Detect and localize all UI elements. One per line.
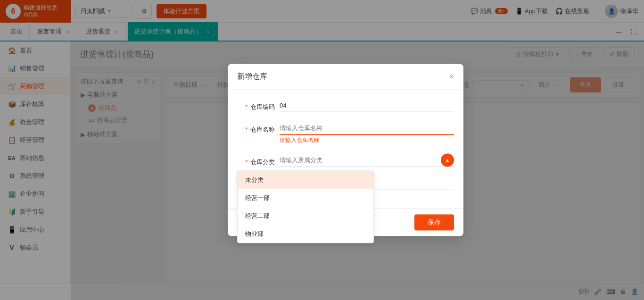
dropdown-toggle-button[interactable]: ▲ [441,154,454,167]
chevron-up-icon: ▲ [445,157,450,164]
save-button[interactable]: 保存 [414,215,454,231]
code-input[interactable] [280,99,454,112]
category-label: * 仓库分类 [237,154,275,167]
form-row-name: * 仓库名称 请输入仓库名称 [237,122,454,144]
form-row-category: * 仓库分类 ▲ 未分类 经营一部 经营二部 [237,154,454,167]
modal-body: * 仓库编码 * 仓库名称 请输入仓库名称 * 仓库分类 [228,90,463,208]
name-error-message: 请输入仓库名称 [280,136,454,144]
modal-close-button[interactable]: × [449,72,454,82]
dropdown-item-uncategorized[interactable]: 未分类 [238,171,373,189]
category-dropdown-list: 未分类 经营一部 经营二部 物业部 [237,171,374,243]
modal-title: 新增仓库 [237,72,267,82]
name-label: * 仓库名称 [237,122,275,134]
form-row-code: * 仓库编码 [237,99,454,112]
code-label: * 仓库编码 [237,99,275,111]
new-warehouse-modal: 新增仓库 × * 仓库编码 * 仓库名称 请输入仓库名称 * [228,64,463,236]
name-input[interactable] [280,122,454,135]
dropdown-item-property[interactable]: 物业部 [238,225,373,243]
dropdown-item-dept2[interactable]: 经营二部 [238,207,373,225]
category-input[interactable] [280,154,454,167]
modal-header: 新增仓库 × [228,64,463,90]
category-dropdown: ▲ 未分类 经营一部 经营二部 物业部 [280,154,454,167]
dropdown-item-dept1[interactable]: 经营一部 [238,189,373,207]
